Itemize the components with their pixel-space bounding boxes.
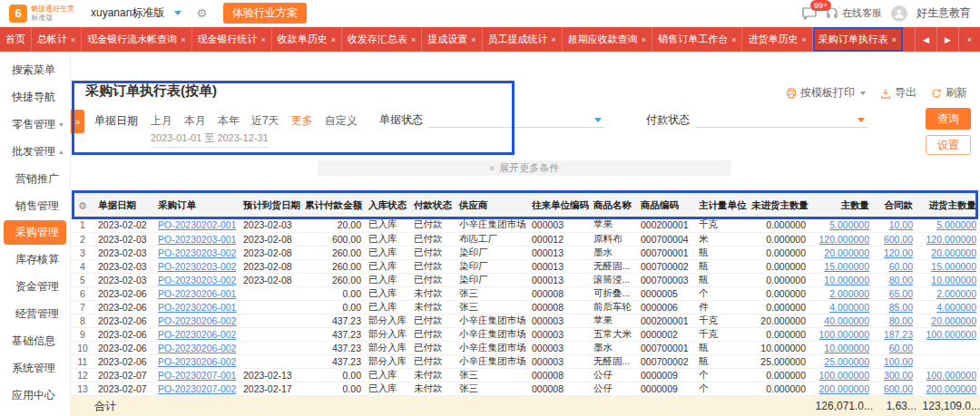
contract-amount-link[interactable]: 60.00: [889, 261, 913, 272]
table-row[interactable]: 72023-02-06PO-20230206-0010.00已入库未付款张三00…: [71, 300, 980, 314]
tab-close-icon[interactable]: ×: [71, 35, 75, 44]
settings-button[interactable]: 设置: [926, 135, 971, 155]
contract-amount-link[interactable]: 600.00: [884, 383, 913, 394]
expand-more-conditions[interactable]: » 展开更多条件: [318, 160, 731, 176]
refresh-button[interactable]: 刷新: [931, 85, 967, 101]
gear-icon[interactable]: ⚙: [78, 200, 87, 211]
main-qty-link[interactable]: 120.000000: [819, 234, 869, 245]
sidebar-item-营销推广[interactable]: 营销推广: [0, 165, 70, 192]
tab-3[interactable]: 现金银行统计×: [192, 27, 272, 52]
print-by-template-button[interactable]: 按模板打印: [786, 85, 866, 101]
table-row[interactable]: 112023-02-06PO-20230206-002437.23部分入库已付款…: [71, 354, 980, 368]
sidebar-item-应用中心[interactable]: 应用中心: [0, 382, 70, 409]
main-qty-link[interactable]: 25.000000: [824, 356, 869, 367]
table-row[interactable]: 132023-02-07PO-20230207-0022023-02-170.0…: [71, 382, 980, 395]
gear-icon[interactable]: ⚙: [196, 6, 207, 20]
main-qty-link[interactable]: 15.000000: [824, 261, 869, 272]
purchase-order-link[interactable]: PO-20230207-002: [158, 383, 236, 394]
doc-status-select[interactable]: [428, 111, 604, 128]
prev-tab-icon[interactable]: ◀: [915, 27, 936, 52]
contract-amount-link[interactable]: 10.00: [889, 219, 913, 230]
filter-collapse-toggle[interactable]: »: [71, 110, 84, 133]
table-row[interactable]: 52023-02-03PO-20230203-0022023-02-08260.…: [71, 273, 980, 286]
sidebar-item-搜索菜单[interactable]: 搜索菜单: [0, 56, 70, 83]
sidebar-item-快捷导航[interactable]: 快捷导航: [0, 83, 70, 111]
tab-close-icon[interactable]: ×: [552, 35, 556, 44]
purchase-qty-link[interactable]: 100.000000: [926, 329, 976, 340]
purchase-qty-link[interactable]: 10.000000: [931, 275, 976, 285]
purchase-qty-link[interactable]: 200.000000: [926, 383, 976, 394]
tab-close-icon[interactable]: ×: [731, 35, 736, 44]
avatar[interactable]: [891, 5, 907, 22]
quick-option-this-year[interactable]: 本年: [218, 113, 240, 129]
tab-0[interactable]: 首页: [0, 27, 32, 52]
date-range-value[interactable]: 2023-01-01 至 2023-12-31: [151, 131, 269, 148]
sidebar-item-库存核算[interactable]: 库存核算: [0, 246, 70, 273]
purchase-order-link[interactable]: PO-20230203-002: [158, 247, 236, 258]
purchase-qty-link[interactable]: 5.000000: [936, 219, 976, 230]
purchase-order-link[interactable]: PO-20230206-001: [158, 288, 236, 299]
quick-option-this-month[interactable]: 本月: [184, 113, 206, 129]
main-qty-link[interactable]: 10.000000: [824, 275, 869, 285]
messages-button[interactable]: 99+: [802, 7, 817, 20]
online-service-button[interactable]: 在线客服: [826, 6, 882, 20]
purchase-qty-link[interactable]: 2.000000: [936, 288, 976, 299]
table-row[interactable]: 42023-02-03PO-20230203-0022023-02-08260.…: [71, 259, 980, 273]
tab-6[interactable]: 提成设置×: [422, 27, 482, 52]
purchase-qty-link[interactable]: 20.000000: [931, 247, 976, 258]
trial-plan-button[interactable]: 体验行业方案: [223, 3, 307, 24]
export-button[interactable]: 导出: [880, 85, 916, 101]
contract-amount-link[interactable]: 600.00: [884, 234, 913, 245]
contract-amount-link[interactable]: 100.00: [884, 356, 913, 367]
purchase-qty-link[interactable]: 20.000000: [931, 315, 976, 326]
contract-amount-link[interactable]: 85.00: [889, 302, 913, 313]
tab-close-icon[interactable]: ×: [261, 35, 266, 44]
tab-close-icon[interactable]: ×: [331, 35, 336, 44]
main-qty-link[interactable]: 2.000000: [829, 288, 869, 299]
sidebar-item-销售管理[interactable]: 销售管理: [0, 192, 70, 219]
contract-amount-link[interactable]: 120.00: [884, 247, 913, 258]
main-qty-link[interactable]: 200.000000: [819, 383, 869, 394]
tab-7[interactable]: 员工提成统计×: [483, 27, 563, 52]
purchase-order-link[interactable]: PO-20230203-002: [158, 275, 236, 285]
more-option[interactable]: 更多: [291, 113, 313, 129]
table-row[interactable]: 122023-02-07PO-20230207-0012023-02-130.0…: [71, 368, 980, 382]
contract-amount-link[interactable]: 187.23: [884, 329, 913, 340]
purchase-order-link[interactable]: PO-20230206-002: [158, 356, 236, 367]
purchase-qty-link[interactable]: 120.000000: [926, 234, 976, 245]
main-qty-link[interactable]: 100.000000: [819, 329, 869, 340]
tab-1[interactable]: 总帐计×: [32, 27, 82, 52]
tab-8[interactable]: 超期应收款查询×: [563, 27, 652, 52]
table-row[interactable]: 82023-02-06PO-20230206-002437.23部分入库已付款小…: [71, 314, 980, 327]
main-qty-link[interactable]: 10.000000: [824, 343, 869, 353]
tab-close-icon[interactable]: ×: [892, 35, 897, 44]
tab-10[interactable]: 进货单历史×: [742, 27, 812, 52]
next-tab-icon[interactable]: ▶: [936, 27, 958, 52]
sidebar-item-批发管理[interactable]: 批发管理▲: [0, 138, 70, 165]
table-row[interactable]: 12023-02-02PO-20230202-0012023-02-0320.0…: [71, 218, 980, 232]
purchase-qty-link[interactable]: 4.000000: [936, 302, 976, 313]
sidebar-item-零售管理[interactable]: 零售管理▼: [0, 111, 70, 138]
sidebar-item-经营管理[interactable]: 经营管理: [0, 300, 70, 327]
tab-2[interactable]: 现金银行流水帐查询×: [82, 27, 191, 52]
tab-close-icon[interactable]: ×: [801, 35, 806, 44]
chevron-down-icon[interactable]: [174, 11, 181, 15]
quick-option-last-month[interactable]: 上月: [151, 113, 172, 129]
sidebar-item-基础信息[interactable]: 基础信息: [0, 327, 70, 354]
sidebar-item-资金管理[interactable]: 资金管理: [0, 273, 70, 300]
col-row-no[interactable]: ⚙: [71, 193, 94, 218]
tab-close-icon[interactable]: ×: [411, 35, 416, 44]
table-row[interactable]: 62023-02-06PO-20230206-0010.00已入库未付款张三00…: [71, 286, 980, 300]
main-qty-link[interactable]: 5.000000: [829, 219, 869, 230]
sidebar-item-采购管理[interactable]: 采购管理: [4, 220, 66, 245]
payment-status-select[interactable]: [695, 111, 867, 128]
purchase-order-link[interactable]: PO-20230203-001: [158, 234, 236, 245]
tab-close-icon[interactable]: ×: [471, 35, 475, 44]
purchase-order-link[interactable]: PO-20230206-002: [158, 315, 236, 326]
contract-amount-link[interactable]: 60.00: [889, 343, 913, 353]
table-row[interactable]: 22023-02-03PO-20230203-0012023-02-08600.…: [71, 232, 980, 246]
sidebar-item-系统管理[interactable]: 系统管理: [0, 354, 70, 382]
purchase-qty-link[interactable]: 15.000000: [931, 261, 976, 272]
table-row[interactable]: 32023-02-03PO-20230203-0022023-02-08260.…: [71, 246, 980, 259]
account-name[interactable]: xuyanan标准版: [91, 5, 164, 21]
